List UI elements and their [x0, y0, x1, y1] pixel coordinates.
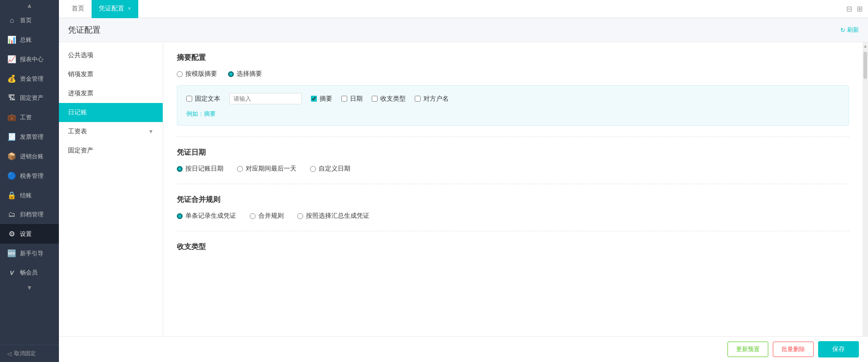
- minimize-icon[interactable]: ⊟: [846, 5, 852, 13]
- radio-period-last-day-text: 对应期间最后一天: [246, 165, 296, 173]
- sidebar-item-tax[interactable]: 🔵 税务管理: [0, 166, 59, 186]
- invoice-icon: 🧾: [7, 132, 16, 141]
- sidebar-label-tax: 税务管理: [20, 172, 44, 180]
- example-text: 例如：摘要: [186, 110, 839, 118]
- nav-item-fixed-assets[interactable]: 固定资产: [59, 141, 163, 160]
- radio-by-selection-label[interactable]: 按照选择汇总生成凭证: [297, 212, 369, 220]
- checkbox-counterpart[interactable]: [415, 96, 421, 102]
- checkbox-date[interactable]: [341, 96, 347, 102]
- settings-icon: ⚙: [7, 230, 16, 238]
- sidebar-label-payroll: 工资: [20, 113, 32, 122]
- nav-item-payroll-table[interactable]: 工资表 ▼: [59, 122, 163, 141]
- summary-options-box: 固定文本 摘要 日期: [177, 85, 849, 126]
- checkbox-date-text: 日期: [350, 95, 363, 103]
- radio-custom-date[interactable]: [310, 166, 316, 172]
- page-header: 凭证配置 ↻ 刷新: [59, 18, 868, 42]
- radio-template-input[interactable]: [177, 71, 183, 77]
- checkbox-income-type-label[interactable]: 收支类型: [372, 95, 406, 103]
- radio-journal-date[interactable]: [177, 166, 183, 172]
- radio-merge-rules-label[interactable]: 合并规则: [250, 212, 284, 220]
- date-title: 凭证日期: [177, 148, 849, 157]
- tab-voucher-config[interactable]: 凭证配置 ×: [92, 0, 138, 18]
- save-button[interactable]: 保存: [818, 341, 859, 357]
- sidebar-item-home[interactable]: ⌂ 首页: [0, 11, 59, 30]
- close-accounts-icon: 🔒: [7, 191, 16, 200]
- checkbox-counterpart-text: 对方户名: [423, 95, 449, 103]
- scrollbar-thumb[interactable]: [863, 52, 867, 79]
- checkbox-income-type[interactable]: [372, 96, 378, 102]
- sidebar-scroll-down[interactable]: ▼: [0, 282, 59, 293]
- radio-select-input[interactable]: [228, 71, 234, 77]
- tab-close-icon[interactable]: ×: [128, 5, 131, 12]
- home-icon: ⌂: [7, 16, 16, 24]
- fixed-text-input[interactable]: [229, 93, 302, 104]
- unpin-icon: ◁: [7, 351, 11, 357]
- radio-single-record[interactable]: [177, 213, 183, 219]
- sidebar-item-invoice[interactable]: 🧾 发票管理: [0, 127, 59, 147]
- sidebar-label-settings: 设置: [20, 230, 32, 238]
- sidebar-label-close: 结账: [20, 191, 32, 200]
- checkbox-abstract[interactable]: [311, 96, 317, 102]
- sidebar-item-purchase-sale[interactable]: 📦 进销台账: [0, 147, 59, 166]
- radio-journal-date-label[interactable]: 按日记账日期: [177, 165, 223, 173]
- batch-delete-button[interactable]: 批量删除: [773, 342, 814, 357]
- nav-label-purchase-invoice: 进项发票: [68, 89, 93, 98]
- radio-template-label[interactable]: 按模版摘要: [177, 70, 217, 78]
- checkbox-date-label[interactable]: 日期: [341, 95, 363, 103]
- nav-item-purchase-invoice[interactable]: 进项发票: [59, 84, 163, 103]
- refresh-button[interactable]: ↻ 刷新: [840, 26, 859, 34]
- divider-3: [177, 231, 849, 231]
- tab-bar: 首页 凭证配置 × ⊟ ⊞: [59, 0, 868, 18]
- sidebar-label-purchase-sale: 进销台账: [20, 152, 44, 161]
- checkbox-abstract-label[interactable]: 摘要: [311, 95, 332, 103]
- radio-merge-rules[interactable]: [250, 213, 256, 219]
- sidebar-item-assets[interactable]: 🏗 固定资产: [0, 88, 59, 108]
- outer-scrollbar[interactable]: ▲: [863, 42, 868, 336]
- tab-bar-actions: ⊟ ⊞: [846, 5, 863, 13]
- radio-period-last-day[interactable]: [237, 166, 243, 172]
- ledger-icon: 📊: [7, 35, 16, 44]
- checkbox-fixed-text-label[interactable]: 固定文本: [186, 95, 220, 103]
- radio-custom-date-text: 自定义日期: [319, 165, 350, 173]
- sidebar-label-report: 报表中心: [20, 55, 44, 64]
- radio-select-label[interactable]: 选择摘要: [228, 70, 262, 78]
- sidebar-item-close[interactable]: 🔒 结账: [0, 186, 59, 205]
- sidebar-item-archive[interactable]: 🗂 归档管理: [0, 205, 59, 224]
- update-preview-button[interactable]: 更新预置: [727, 342, 768, 357]
- date-radio-row: 按日记账日期 对应期间最后一天 自定义日期: [177, 165, 849, 173]
- chevron-down-icon: ▼: [148, 128, 154, 135]
- maximize-icon[interactable]: ⊞: [857, 5, 863, 13]
- sidebar-item-funds[interactable]: 💰 资金管理: [0, 69, 59, 88]
- bottom-bar: 更新预置 批量删除 保存: [59, 336, 868, 362]
- main-area: 首页 凭证配置 × ⊟ ⊞ 凭证配置 ↻ 刷新 公共选项: [59, 0, 868, 362]
- divider-2: [177, 184, 849, 184]
- radio-custom-date-label[interactable]: 自定义日期: [310, 165, 350, 173]
- checkbox-fixed-text[interactable]: [186, 96, 192, 102]
- radio-by-selection[interactable]: [297, 213, 303, 219]
- receive-section: 收支类型: [177, 242, 849, 252]
- sidebar-item-guide[interactable]: 🆕 新手引导: [0, 244, 59, 263]
- radio-period-last-day-label[interactable]: 对应期间最后一天: [237, 165, 296, 173]
- sidebar-item-member[interactable]: V 畅会员: [0, 263, 59, 282]
- nav-item-journal[interactable]: 日记账: [59, 103, 163, 122]
- radio-single-record-label[interactable]: 单条记录生成凭证: [177, 212, 236, 220]
- nav-item-public[interactable]: 公共选项: [59, 46, 163, 65]
- radio-by-selection-text: 按照选择汇总生成凭证: [306, 212, 369, 220]
- nav-item-sales-invoice[interactable]: 销项发票: [59, 65, 163, 84]
- member-icon: V: [7, 269, 16, 276]
- merge-title: 凭证合并规则: [177, 195, 849, 205]
- sidebar-item-ledger[interactable]: 📊 总账: [0, 30, 59, 49]
- sidebar-item-report[interactable]: 📈 报表中心: [0, 49, 59, 69]
- sidebar-item-settings[interactable]: ⚙ 设置: [0, 224, 59, 244]
- unpin-button[interactable]: ◁ 取消固定: [0, 345, 59, 362]
- summary-title: 摘要配置: [177, 53, 849, 63]
- sidebar-item-payroll[interactable]: 💼 工资: [0, 108, 59, 127]
- tax-icon: 🔵: [7, 171, 16, 180]
- sidebar-label-member: 畅会员: [20, 269, 38, 277]
- tab-home[interactable]: 首页: [64, 0, 92, 18]
- refresh-icon: ↻: [840, 27, 845, 34]
- sidebar-scroll-up[interactable]: ▲: [0, 0, 59, 11]
- checkbox-counterpart-label[interactable]: 对方户名: [415, 95, 449, 103]
- date-section: 凭证日期 按日记账日期 对应期间最后一天 自定义日期: [177, 148, 849, 173]
- merge-section: 凭证合并规则 单条记录生成凭证 合并规则 按照选择汇总生成凭证: [177, 195, 849, 220]
